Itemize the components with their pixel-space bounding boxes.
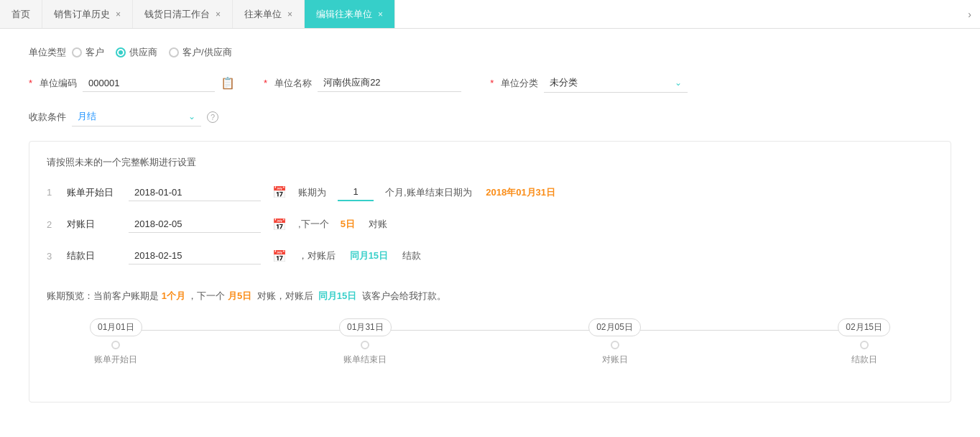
unit-type-radio-group: 客户 供应商 客户/供应商 (72, 46, 232, 59)
step-3-cal-icon[interactable]: 📅 (272, 249, 287, 263)
node-dot-2 (361, 341, 369, 349)
step-1-end-date: 2018年01月31日 (486, 186, 555, 199)
radio-customer-circle (72, 47, 82, 58)
unit-code-input[interactable] (83, 75, 215, 92)
unit-category-value: 未分类 (550, 76, 672, 89)
tab-partner-unit[interactable]: 往来单位 × (233, 0, 305, 28)
step-1-desc-suffix: 个月,账单结束日期为 (385, 186, 474, 199)
step-row-2: 2 对账日 📅 ,下一个 5日 对账 (47, 216, 933, 233)
unit-type-label: 单位类型 (29, 46, 66, 59)
node-label-3: 对账日 (602, 354, 628, 366)
unit-type-field: 单位类型 客户 供应商 客户/供应商 (29, 46, 232, 59)
tab-cash-work[interactable]: 钱货日清工作台 × (133, 0, 233, 28)
tab-cash-close[interactable]: × (216, 9, 221, 19)
tab-edit-label: 编辑往来单位 (316, 8, 372, 21)
preview-reconcile: 月5日 (228, 290, 251, 301)
main-content: 单位类型 客户 供应商 客户/供应商 * 单位编码 (0, 29, 980, 437)
unit-type-row: 单位类型 客户 供应商 客户/供应商 (29, 46, 951, 59)
payment-condition-row: 收款条件 月结 ⌄ ? (29, 107, 951, 126)
radio-both-circle (169, 47, 179, 58)
tab-cash-label: 钱货日清工作台 (144, 8, 210, 21)
step-1-month-input[interactable] (338, 183, 374, 201)
radio-both-label: 客户/供应商 (182, 46, 232, 59)
preview-text-2: ，下一个 (188, 290, 225, 301)
tab-partner-close[interactable]: × (287, 9, 292, 19)
preview-section: 账期预览：当前客户账期是 1个月 ，下一个 月5日 对账，对账后 同月15日 该… (47, 279, 933, 387)
node-badge-1: 01月01日 (90, 318, 142, 336)
timeline-node-1: 01月01日 账单开始日 (90, 318, 142, 366)
step-1-cal-icon[interactable]: 📅 (272, 185, 287, 199)
unit-name-field: * 单位名称 (264, 75, 461, 92)
unit-category-chevron: ⌄ (675, 78, 682, 88)
step-3-num: 3 (47, 251, 55, 262)
tab-bar: 首页 销售订单历史 × 钱货日清工作台 × 往来单位 × 编辑往来单位 × › (0, 0, 980, 29)
unit-info-row: * 单位编码 📋 * 单位名称 * 单位分类 未分类 ⌄ (29, 73, 951, 93)
unit-code-copy-icon[interactable]: 📋 (221, 76, 235, 90)
unit-name-input[interactable] (318, 75, 461, 92)
unit-category-label: 单位分类 (501, 77, 538, 90)
step-1-num: 1 (47, 187, 55, 198)
node-dot-1 (111, 341, 120, 349)
preview-text-4: 该客户会给我打款。 (362, 290, 446, 301)
step-1-date-input[interactable] (129, 184, 261, 201)
tab-edit-partner[interactable]: 编辑往来单位 × (305, 0, 395, 28)
payment-condition-select[interactable]: 月结 ⌄ (72, 107, 201, 126)
node-badge-2: 01月31日 (339, 318, 392, 336)
step-2-date-input[interactable] (129, 216, 261, 233)
preview-text-3: 对账，对账后 (254, 290, 313, 301)
unit-code-field: * 单位编码 📋 (29, 75, 235, 92)
step-2-desc-prefix: ,下一个 (298, 218, 329, 231)
unit-category-field: * 单位分类 未分类 ⌄ (490, 73, 688, 93)
step-2-label: 对账日 (67, 218, 117, 231)
step-3-label: 结款日 (67, 249, 117, 262)
radio-both[interactable]: 客户/供应商 (169, 46, 232, 59)
node-badge-4: 02月15日 (838, 318, 890, 336)
tab-home-label: 首页 (11, 8, 30, 21)
unit-code-label: 单位编码 (40, 77, 77, 90)
unit-code-required: * (29, 78, 32, 88)
radio-supplier-label: 供应商 (129, 46, 157, 59)
preview-period: 1个月 (162, 290, 185, 301)
preview-text: 账期预览：当前客户账期是 1个月 ，下一个 月5日 对账，对账后 同月15日 该… (47, 288, 933, 304)
step-2-num: 2 (47, 219, 55, 230)
unit-category-select[interactable]: 未分类 ⌄ (544, 73, 688, 93)
unit-name-label: 单位名称 (274, 77, 312, 90)
payment-condition-label: 收款条件 (29, 111, 66, 124)
unit-category-required: * (490, 78, 494, 88)
tab-edit-close[interactable]: × (378, 9, 383, 19)
timeline-nodes: 01月01日 账单开始日 01月31日 账单结束日 02月05日 对账日 (47, 318, 933, 366)
tab-sales-close[interactable]: × (116, 9, 121, 19)
timeline-node-4: 02月15日 结款日 (838, 318, 890, 366)
radio-supplier[interactable]: 供应商 (116, 46, 157, 59)
payment-condition-field: 收款条件 月结 ⌄ ? (29, 107, 218, 126)
step-2-cal-icon[interactable]: 📅 (272, 218, 287, 231)
tab-sales-label: 销售订单历史 (54, 8, 110, 21)
billing-panel: 请按照未来的一个完整帐期进行设置 1 账单开始日 📅 账期为 个月,账单结束日期… (29, 141, 951, 402)
timeline-node-2: 01月31日 账单结束日 (339, 318, 392, 366)
radio-customer-label: 客户 (85, 46, 104, 59)
step-1-label: 账单开始日 (67, 186, 117, 199)
payment-condition-help[interactable]: ? (207, 111, 218, 123)
node-label-2: 账单结束日 (343, 354, 387, 366)
payment-condition-chevron: ⌄ (188, 111, 195, 121)
step-3-desc-suffix: 结款 (399, 249, 421, 262)
tab-partner-label: 往来单位 (244, 8, 282, 21)
panel-title: 请按照未来的一个完整帐期进行设置 (47, 156, 933, 169)
tab-sales-order-history[interactable]: 销售订单历史 × (42, 0, 133, 28)
radio-customer[interactable]: 客户 (72, 46, 104, 59)
preview-label: 账期预览：当前客户账期是 (47, 290, 159, 301)
step-3-desc-prefix: ，对账后 (298, 249, 338, 262)
step-2-desc-suffix: 对账 (366, 218, 388, 231)
preview-payment: 同月15日 (315, 290, 359, 301)
step-1-desc-prefix: 账期为 (298, 186, 326, 199)
node-dot-4 (860, 341, 869, 349)
radio-supplier-circle (116, 47, 126, 58)
timeline-wrapper: 01月01日 账单开始日 01月31日 账单结束日 02月05日 对账日 (47, 318, 933, 387)
step-3-date-input[interactable] (129, 247, 261, 264)
unit-name-required: * (264, 78, 267, 88)
tab-more-arrow[interactable]: › (959, 0, 980, 28)
tab-home[interactable]: 首页 (0, 0, 42, 28)
step-row-3: 3 结款日 📅 ，对账后 同月15日 结款 (47, 247, 933, 264)
step-2-highlight: 5日 (341, 218, 355, 231)
node-badge-3: 02月05日 (588, 318, 641, 336)
